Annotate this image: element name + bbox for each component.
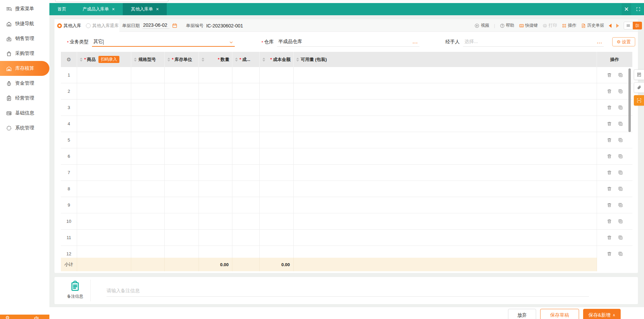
- column-header-cost[interactable]: *成...: [232, 52, 260, 67]
- cell-avail[interactable]: [294, 197, 597, 213]
- sidebar-item-库存核算[interactable]: 库存核算: [0, 61, 49, 76]
- cell-spec[interactable]: [131, 230, 165, 246]
- cell-qty[interactable]: [199, 213, 232, 229]
- cell-unit[interactable]: [165, 132, 199, 148]
- cell-unit[interactable]: [165, 181, 199, 197]
- cell-spec[interactable]: [131, 132, 165, 148]
- cell-product[interactable]: [77, 67, 131, 83]
- settings-button[interactable]: ⚙设置: [612, 37, 635, 46]
- 放弃-button[interactable]: 放弃: [508, 309, 536, 319]
- cell-product[interactable]: [77, 246, 131, 258]
- sort-arrows-icon[interactable]: [134, 58, 137, 62]
- more-options-icon[interactable]: ···: [413, 41, 418, 45]
- delete-row-icon[interactable]: [607, 203, 612, 208]
- remark-input[interactable]: 请输入备注信息: [107, 285, 589, 297]
- sidebar-item-快捷导航[interactable]: 快捷导航: [0, 16, 49, 31]
- cell-avail[interactable]: [294, 132, 597, 148]
- cell-amount[interactable]: [260, 181, 294, 197]
- column-header-spec[interactable]: 规格型号: [131, 52, 165, 67]
- scan-entry-badge[interactable]: 扫码录入: [98, 56, 119, 63]
- toolbar-操作-button[interactable]: 操作: [562, 23, 576, 28]
- cell-cost[interactable]: [232, 132, 260, 148]
- cell-unit[interactable]: [165, 213, 199, 229]
- sort-arrows-icon[interactable]: [235, 58, 238, 62]
- cell-cost[interactable]: [232, 230, 260, 246]
- field-input-业务类型[interactable]: 其它: [92, 39, 235, 47]
- delete-row-icon[interactable]: [607, 89, 612, 94]
- cell-spec[interactable]: [131, 165, 165, 180]
- cell-product[interactable]: [77, 230, 131, 246]
- cell-amount[interactable]: [260, 213, 294, 229]
- next-doc-icon[interactable]: [616, 24, 619, 28]
- delete-row-icon[interactable]: [607, 72, 612, 78]
- close-icon[interactable]: ✕: [622, 3, 631, 15]
- toolbar-视频-button[interactable]: 视频: [475, 23, 489, 28]
- cell-amount[interactable]: [260, 197, 294, 213]
- copy-row-icon[interactable]: [618, 203, 623, 208]
- cell-unit[interactable]: [165, 246, 199, 258]
- cell-amount[interactable]: [260, 246, 294, 258]
- cell-spec[interactable]: [131, 246, 165, 258]
- cell-cost[interactable]: [232, 116, 260, 132]
- cell-spec[interactable]: [131, 116, 165, 132]
- doc-type-radio-其他入库退库[interactable]: 其他入库退库: [86, 23, 119, 29]
- tab-其他入库单[interactable]: 其他入库单×: [123, 3, 167, 15]
- copy-row-icon[interactable]: [618, 121, 623, 126]
- cell-unit[interactable]: [165, 100, 199, 115]
- cell-amount[interactable]: [260, 132, 294, 148]
- column-header-unit[interactable]: *库存单位: [165, 52, 199, 67]
- cell-unit[interactable]: [165, 67, 199, 83]
- sidebar-item-资金管理[interactable]: 资金管理: [0, 76, 49, 91]
- cell-cost[interactable]: [232, 148, 260, 164]
- delete-row-icon[interactable]: [607, 186, 612, 191]
- calendar-icon[interactable]: [172, 23, 177, 28]
- sort-arrows-icon[interactable]: [296, 58, 299, 62]
- prev-doc-icon[interactable]: [609, 24, 612, 28]
- cell-avail[interactable]: [294, 246, 597, 258]
- cell-spec[interactable]: [131, 213, 165, 229]
- field-input-仓库[interactable]: 半成品仓库···: [277, 39, 419, 47]
- cell-avail[interactable]: [294, 116, 597, 132]
- cell-avail[interactable]: [294, 181, 597, 197]
- cell-amount[interactable]: [260, 67, 294, 83]
- delete-row-icon[interactable]: [607, 121, 612, 126]
- cell-qty[interactable]: [199, 230, 232, 246]
- cell-cost[interactable]: [232, 83, 260, 99]
- cell-spec[interactable]: [131, 100, 165, 115]
- 保存&新增-button[interactable]: 保存&新增∧: [583, 309, 621, 319]
- delete-row-icon[interactable]: [607, 219, 612, 224]
- cell-cost[interactable]: [232, 67, 260, 83]
- cell-avail[interactable]: [294, 213, 597, 229]
- column-header-qty[interactable]: *数量: [199, 52, 232, 67]
- delete-row-icon[interactable]: [607, 154, 612, 159]
- cell-qty[interactable]: [199, 100, 232, 115]
- cell-qty[interactable]: [199, 181, 232, 197]
- cell-amount[interactable]: [260, 100, 294, 115]
- cell-unit[interactable]: [165, 230, 199, 246]
- toolbar-快捷键-button[interactable]: 快捷键: [519, 23, 538, 28]
- cell-product[interactable]: [77, 197, 131, 213]
- tab-产成品入库单[interactable]: 产成品入库单×: [74, 3, 123, 15]
- doc-type-radio-其他入库[interactable]: 其他入库: [57, 23, 81, 29]
- cell-amount[interactable]: [260, 116, 294, 132]
- copy-row-icon[interactable]: [618, 72, 623, 78]
- delete-row-icon[interactable]: [607, 235, 612, 240]
- sidebar-item-销售管理[interactable]: 销售管理: [0, 31, 49, 46]
- cell-cost[interactable]: [232, 197, 260, 213]
- cell-avail[interactable]: [294, 148, 597, 164]
- cell-spec[interactable]: [131, 148, 165, 164]
- column-header-amount[interactable]: *成本金额: [260, 52, 294, 67]
- cell-product[interactable]: [77, 181, 131, 197]
- delete-row-icon[interactable]: [607, 105, 612, 110]
- cell-product[interactable]: [77, 165, 131, 180]
- sidebar-item-经营管理[interactable]: 经营管理: [0, 91, 49, 106]
- cell-cost[interactable]: [232, 213, 260, 229]
- sidebar-item-系统管理[interactable]: 系统管理: [0, 121, 49, 135]
- cell-product[interactable]: [77, 83, 131, 99]
- cell-product[interactable]: [77, 116, 131, 132]
- cell-qty[interactable]: [199, 83, 232, 99]
- cell-product[interactable]: [77, 132, 131, 148]
- cell-cost[interactable]: [232, 181, 260, 197]
- remark-section-toggle[interactable]: 备注信息: [65, 280, 86, 299]
- cell-unit[interactable]: [165, 116, 199, 132]
